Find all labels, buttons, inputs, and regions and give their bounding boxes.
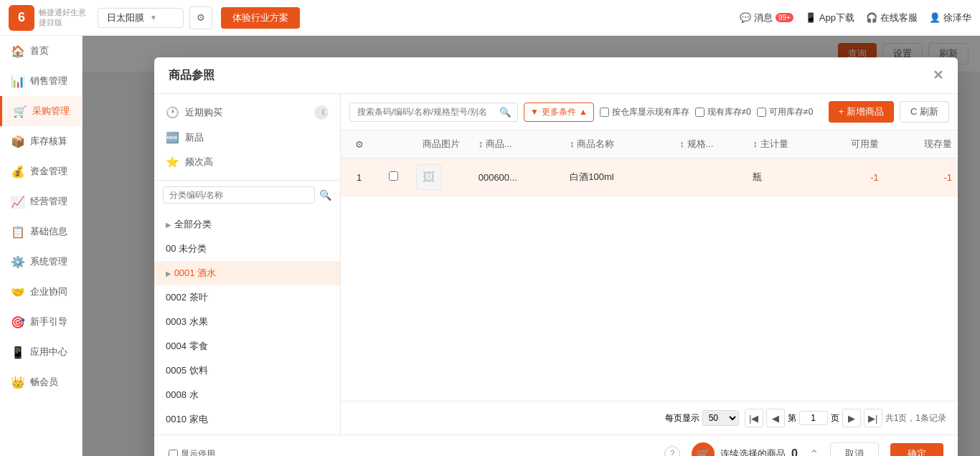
sidebar-item-app-center[interactable]: 📱 应用中心 [0,337,82,367]
collapse-icon[interactable]: 《 [314,105,329,120]
row-check-cell[interactable] [377,158,410,196]
left-quick-nav: 🕐 近期购买 《 🆕 新品 ⭐ 频次高 [154,94,340,181]
gear-button[interactable]: ⚙ [189,6,212,29]
avail-nonzero-checkbox-label[interactable]: 可用库存≠0 [757,106,813,118]
product-reference-modal: 商品参照 ✕ 🕐 近期购买 《 🆕 新品 [154,57,958,456]
sidebar-item-label: 经营管理 [30,195,67,208]
sort-icon: ↕ [479,138,484,149]
product-table-area: ⚙ 商品图片 ↕ 商品... [341,130,958,401]
modal-header: 商品参照 ✕ [154,57,958,94]
page-total: 共1页，1条记录 [885,412,946,424]
per-page-select[interactable]: 50 10 20 100 [702,410,739,426]
name-col-header[interactable]: ↕ 商品名称 [564,130,674,158]
sidebar-item-system[interactable]: ⚙️ 系统管理 [0,247,82,277]
product-search-input[interactable] [350,103,494,120]
row-checkbox[interactable] [389,171,398,181]
category-0010[interactable]: 0010 家电 [154,407,340,432]
category-0008[interactable]: 0008 水 [154,383,340,407]
app-download-item[interactable]: 📱 App下载 [805,11,854,24]
category-0001[interactable]: ▶ 0001 酒水 [154,261,340,285]
more-filter-button[interactable]: ▼ 更多条件 ▲ [524,103,594,122]
add-product-button[interactable]: + 新增商品 [829,101,894,123]
product-image: 🖼 [416,164,442,190]
toolbar-right: + 新增商品 C 刷新 [829,101,949,123]
sidebar-item-operations[interactable]: 📈 经营管理 [0,186,82,217]
appcenter-icon: 📱 [11,346,24,358]
sidebar-item-label: 新手引导 [30,315,67,328]
category-0002[interactable]: 0002 茶叶 [154,285,340,310]
category-search-icon[interactable]: 🔍 [319,189,331,201]
sidebar-item-sales[interactable]: 📊 销售管理 [0,66,82,96]
category-all[interactable]: ▶ 全部分类 [154,212,340,237]
cancel-button[interactable]: 取消 [830,442,879,456]
modal-close-button[interactable]: ✕ [933,67,943,83]
category-0003[interactable]: 0003 水果 [154,310,340,334]
modal-body: 🕐 近期购买 《 🆕 新品 ⭐ 频次高 [154,94,958,434]
sidebar-item-guide[interactable]: 🎯 新手引导 [0,307,82,337]
warehouse-stock-checkbox-label[interactable]: 按仓库显示现有库存 [600,106,689,118]
last-page-button[interactable]: ▶| [864,409,882,427]
category-0004[interactable]: 0004 零食 [154,334,340,358]
cart-area[interactable]: 🛒 连续选择的商品 0 [692,442,798,456]
nav-select[interactable]: 日太阳膜 ▼ [98,8,184,28]
stock-nonzero-checkbox-label[interactable]: 现有库存≠0 [695,106,751,118]
new-product-item[interactable]: 🆕 新品 [154,125,340,150]
next-page-button[interactable]: ▶ [842,409,861,427]
modal-footer: 显示停用 ? 🛒 连续选择的商品 0 ⌃ 取消 确定 [154,434,958,456]
product-search-button[interactable]: 🔍 [494,103,517,121]
collapse-footer-icon[interactable]: ⌃ [809,447,819,457]
left-panel: 🕐 近期购买 《 🆕 新品 ⭐ 频次高 [154,94,341,434]
footer-right: ? 🛒 连续选择的商品 0 ⌃ 取消 确定 [664,442,943,456]
table-row[interactable]: 1 🖼 000600... 白酒100ml [341,158,958,196]
unit-col-header[interactable]: ↕ 主计量 [747,130,811,158]
refresh-button[interactable]: C 刷新 [900,101,949,123]
category-00[interactable]: 00 未分类 [154,237,340,261]
prev-page-button[interactable]: ◀ [766,409,785,427]
category-search-input[interactable] [163,186,315,204]
logo-text: 畅捷通好生意 捷目版 [39,8,86,27]
first-page-button[interactable]: |◀ [745,409,763,427]
category-label: 00 未分类 [166,243,207,254]
sidebar-item-label: 采购管理 [32,105,70,118]
avail-nonzero-checkbox[interactable] [757,108,766,117]
show-disabled-checkbox[interactable] [169,450,178,457]
page-label2: 页 [831,412,839,424]
show-disabled-label[interactable]: 显示停用 [169,448,215,457]
settings-col-header[interactable]: ⚙ [341,130,377,158]
arrow-icon: ▶ [166,270,171,277]
message-item[interactable]: 💬 消息 99+ [740,11,793,24]
sidebar-item-label: 资金管理 [30,165,67,178]
category-label: 全部分类 [174,218,212,231]
sidebar-item-basic-info[interactable]: 📋 基础信息 [0,217,82,247]
nav-right: 💬 消息 99+ 📱 App下载 🎧 在线客服 👤 徐泽华 [740,11,971,24]
help-button[interactable]: ? [664,446,680,456]
warehouse-stock-checkbox[interactable] [600,108,609,117]
right-panel: 🔍 ▼ 更多条件 ▲ 按仓库显示现有库存 [341,94,958,434]
experience-button[interactable]: 体验行业方案 [221,7,300,29]
product-search-bar: 🔍 [349,103,518,122]
sidebar-item-label: 畅会员 [30,376,58,389]
code-col-header[interactable]: ↕ 商品... [473,130,565,158]
online-service-item[interactable]: 🎧 在线客服 [866,11,918,24]
confirm-button[interactable]: 确定 [890,443,943,456]
spec-col-header[interactable]: ↕ 规格... [674,130,747,158]
sidebar-item-purchase[interactable]: 🛒 采购管理 [0,96,82,126]
sidebar-item-home[interactable]: 🏠 首页 [0,36,82,66]
stock-nonzero-checkbox[interactable] [695,108,705,117]
category-label: 0003 水果 [166,316,208,327]
main-layout: 🏠 首页 📊 销售管理 🛒 采购管理 📦 库存核算 💰 资金管理 📈 经营管理 … [0,36,980,456]
high-frequency-item[interactable]: ⭐ 频次高 [154,150,340,174]
sidebar-item-inventory[interactable]: 📦 库存核算 [0,126,82,156]
sidebar-item-enterprise[interactable]: 🤝 企业协同 [0,277,82,307]
category-0005[interactable]: 0005 饮料 [154,358,340,383]
category-label: 0010 家电 [166,414,208,424]
recent-purchase-item[interactable]: 🕐 近期购买 《 [154,100,340,125]
product-table: ⚙ 商品图片 ↕ 商品... [341,130,958,196]
sales-icon: 📊 [11,75,24,87]
sidebar-item-finance[interactable]: 💰 资金管理 [0,156,82,186]
sidebar-item-member[interactable]: 👑 畅会员 [0,367,82,397]
stock-col-header: 现存量 [885,130,958,158]
page-number-input[interactable] [799,411,828,425]
user-item[interactable]: 👤 徐泽华 [929,11,971,24]
table-header-row: ⚙ 商品图片 ↕ 商品... [341,130,958,158]
